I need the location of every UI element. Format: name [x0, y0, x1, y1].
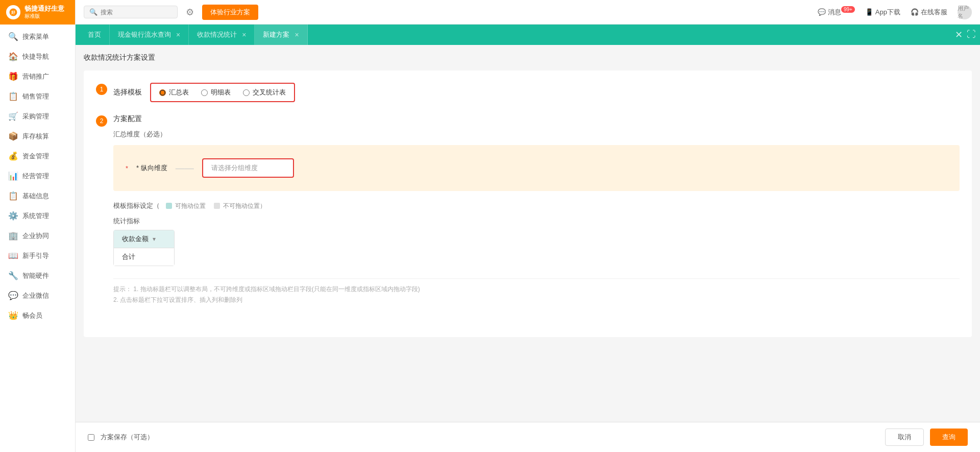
main-area: 🔍 ⚙ 体验行业方案 💬 消息 99+ 📱 App下载 🎧 在线客服 用户名 [76, 0, 980, 452]
sidebar-item-member[interactable]: 👑畅会员 [0, 305, 75, 325]
sidebar-icon-sales: 📋 [8, 91, 18, 101]
tab-bank-flow[interactable]: 现金银行流水查询× [110, 25, 189, 45]
sidebar-item-system[interactable]: ⚙️系统管理 [0, 206, 75, 226]
sidebar-label-member: 畅会员 [22, 311, 42, 320]
row-dimension-label: * 纵向维度 [136, 163, 167, 173]
dimension-placeholder: 请选择分组维度 [211, 164, 258, 172]
sidebar-nav: 🔍搜索菜单🏠快捷导航🎁营销推广📋销售管理🛒采购管理📦库存核算💰资金管理📊经营管理… [0, 25, 75, 452]
sidebar-icon-inventory: 📦 [8, 131, 18, 141]
sidebar-label-basic-info: 基础信息 [22, 192, 49, 201]
tip-2: 2. 点击标题栏下拉可设置排序、插入列和删除列 [113, 296, 960, 304]
metrics-table: 收款金额 ▾ 合计 [113, 230, 175, 266]
sidebar-icon-member: 👑 [8, 311, 18, 320]
sidebar-item-purchase[interactable]: 🛒采购管理 [0, 106, 75, 126]
tab-new-plan[interactable]: 新建方案× [255, 25, 307, 45]
tab-label-home: 首页 [88, 30, 101, 39]
sidebar-item-smart-hw[interactable]: 🔧智能硬件 [0, 266, 75, 286]
dimension-area: * * 纵向维度 —— 请选择分组维度 [113, 145, 960, 191]
sidebar-label-purchase: 采购管理 [22, 112, 49, 121]
download-icon: 📱 [865, 8, 873, 16]
metrics-col-header[interactable]: 收款金额 ▾ [114, 230, 174, 248]
app-download-btn[interactable]: 📱 App下载 [865, 8, 900, 17]
tab-close-new-plan[interactable]: × [295, 31, 299, 39]
sidebar-label-system: 系统管理 [22, 211, 49, 221]
sidebar-label-search-menu: 搜索菜单 [22, 32, 49, 41]
user-avatar[interactable]: 用户名 [958, 5, 972, 19]
tips-section: 提示： 1. 拖动标题栏可以调整布局，不可跨维度或指标区域拖动栏目字段(只能在同… [113, 278, 960, 313]
sidebar-icon-marketing: 🎁 [8, 72, 18, 81]
tabbar-actions: ✕⛶ [955, 29, 976, 40]
logo-icon: 好 [6, 5, 20, 19]
query-button[interactable]: 查询 [930, 429, 968, 446]
cancel-button[interactable]: 取消 [885, 429, 924, 446]
sidebar-icon-basic-info: 📋 [8, 191, 18, 201]
search-input[interactable] [101, 9, 172, 16]
tab-close-receivable-stats[interactable]: × [242, 31, 246, 39]
dimension-selector[interactable]: 请选择分组维度 [202, 158, 294, 178]
topbar-search-box[interactable]: 🔍 [84, 6, 178, 18]
sidebar-label-wechat: 企业微信 [22, 291, 49, 300]
sidebar-item-new-guide[interactable]: 📖新手引导 [0, 246, 75, 266]
tab-close-bank-flow[interactable]: × [176, 31, 180, 39]
tab-label-new-plan: 新建方案 [263, 30, 289, 39]
radio-detail[interactable]: 明细表 [201, 88, 231, 97]
sidebar-item-basic-info[interactable]: 📋基础信息 [0, 186, 75, 206]
required-marker: * [126, 164, 128, 172]
tab-receivable-stats[interactable]: 收款情况统计× [189, 25, 255, 45]
notification-badge: 99+ [841, 6, 855, 13]
tab-label-receivable-stats: 收款情况统计 [197, 30, 237, 39]
sidebar: 好 畅捷通好生意 标准版 🔍搜索菜单🏠快捷导航🎁营销推广📋销售管理🛒采购管理📦库… [0, 0, 76, 452]
radio-detail-label: 明细表 [211, 88, 231, 97]
step1: 1 选择模板 汇总表 明细表 [96, 83, 960, 102]
sidebar-label-quick-nav: 快捷导航 [22, 52, 49, 61]
svg-text:好: 好 [11, 10, 16, 15]
metrics-config: 模板指标设定（ 可拖动位置 不可拖动位置） [113, 201, 960, 266]
step1-num: 1 [96, 84, 107, 95]
sidebar-label-sales: 销售管理 [22, 92, 49, 101]
notification-btn[interactable]: 💬 消息 99+ [818, 8, 855, 17]
main-content: 收款情况统计方案设置 1 选择模板 汇总表 [76, 45, 980, 422]
sidebar-item-enterprise[interactable]: 🏢企业协同 [0, 226, 75, 246]
industry-btn[interactable]: 体验行业方案 [202, 5, 258, 20]
tab-expand-icon[interactable]: ⛶ [967, 29, 976, 40]
sidebar-label-operations: 经营管理 [22, 172, 49, 181]
sidebar-label-marketing: 营销推广 [22, 72, 49, 81]
fixed-legend: 不可拖动位置） [214, 202, 266, 210]
support-icon: 🎧 [911, 8, 919, 16]
sidebar-icon-operations: 📊 [8, 171, 18, 181]
sidebar-label-inventory: 库存核算 [22, 132, 49, 141]
radio-cross[interactable]: 交叉统计表 [243, 88, 286, 97]
settings-icon[interactable]: ⚙ [186, 7, 194, 18]
metrics-setting-label: 模板指标设定（ [113, 201, 160, 210]
tab-close-all-icon[interactable]: ✕ [955, 29, 963, 40]
sidebar-item-marketing[interactable]: 🎁营销推广 [0, 66, 75, 86]
notification-icon: 💬 [818, 8, 826, 16]
metrics-legend: 可拖动位置 不可拖动位置） [166, 202, 266, 210]
tab-home[interactable]: 首页 [80, 25, 110, 45]
sidebar-item-wechat[interactable]: 💬企业微信 [0, 286, 75, 305]
sidebar-item-inventory[interactable]: 📦库存核算 [0, 126, 75, 146]
save-checkbox[interactable] [88, 434, 94, 441]
radio-summary[interactable]: 汇总表 [159, 88, 189, 97]
sidebar-icon-quick-nav: 🏠 [8, 52, 18, 61]
template-radio-group: 汇总表 明细表 交叉统计表 [150, 83, 295, 102]
sidebar-label-smart-hw: 智能硬件 [22, 271, 49, 280]
sidebar-item-search-menu[interactable]: 🔍搜索菜单 [0, 27, 75, 46]
sidebar-logo: 好 畅捷通好生意 标准版 [0, 0, 75, 25]
sidebar-item-finance[interactable]: 💰资金管理 [0, 146, 75, 166]
sidebar-icon-smart-hw: 🔧 [8, 271, 18, 280]
radio-summary-label: 汇总表 [169, 88, 189, 97]
draggable-legend: 可拖动位置 [166, 202, 206, 210]
sidebar-item-quick-nav[interactable]: 🏠快捷导航 [0, 46, 75, 66]
fixed-dot [214, 203, 220, 209]
sidebar-icon-search-menu: 🔍 [8, 32, 18, 41]
notification-label: 消息 [828, 8, 841, 17]
sidebar-icon-wechat: 💬 [8, 291, 18, 300]
step2-num: 2 [96, 115, 107, 127]
support-btn[interactable]: 🎧 在线客服 [911, 8, 947, 17]
sidebar-item-operations[interactable]: 📊经营管理 [0, 166, 75, 186]
sidebar-label-new-guide: 新手引导 [22, 251, 49, 260]
topbar: 🔍 ⚙ 体验行业方案 💬 消息 99+ 📱 App下载 🎧 在线客服 用户名 [76, 0, 980, 25]
sidebar-item-sales[interactable]: 📋销售管理 [0, 86, 75, 106]
chevron-down-icon: ▾ [153, 235, 156, 243]
